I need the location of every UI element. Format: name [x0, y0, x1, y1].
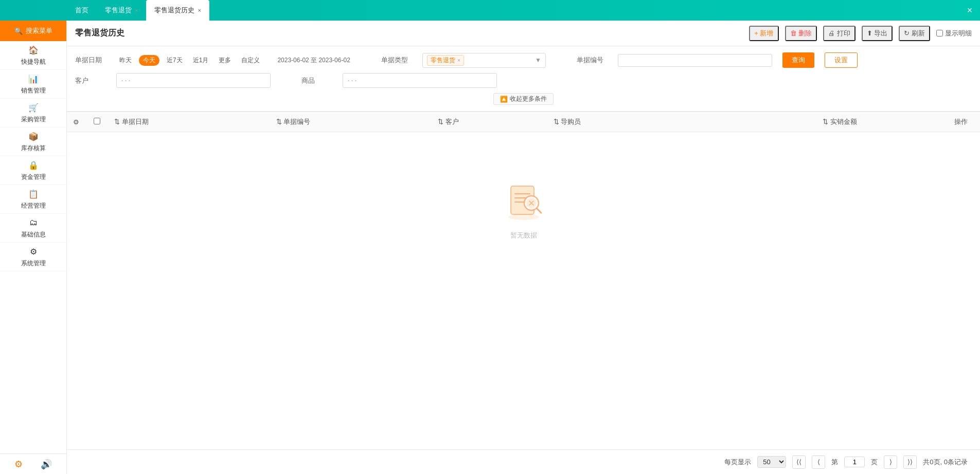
sidebar-search-label: 搜索菜单	[26, 26, 52, 35]
tab-retail-return[interactable]: 零售退货×	[97, 0, 146, 21]
collapse-button[interactable]: 🔼 收起更多条件	[493, 93, 554, 105]
tab-home[interactable]: 首页	[67, 0, 97, 21]
svg-point-0	[508, 214, 539, 220]
table-area: ⚙ ⇅ 单据日期 ⇅ 单据编号 ⇅ 客户 ⇅ 导购员 ⇅ 实销金额 操作	[67, 112, 980, 449]
date-btn-自定义[interactable]: 自定义	[238, 55, 263, 66]
th-doc-date: ⇅ 单据日期	[108, 112, 270, 132]
print-button[interactable]: 🖨 打印	[823, 26, 856, 41]
page-number-input[interactable]	[844, 457, 865, 467]
main-content: 零售退货历史 + 新增 🗑 删除 🖨 打印 ⬆ 导出 ↻ 刷新 显示明细 单据日…	[67, 21, 980, 474]
empty-state: 暂无数据	[67, 132, 980, 281]
collapse-up-icon: 🔼	[500, 96, 508, 103]
th-doc-date-label: ⇅ 单据日期	[114, 118, 149, 125]
first-page-button[interactable]: ⟨⟨	[792, 455, 806, 469]
table-head: ⚙ ⇅ 单据日期 ⇅ 单据编号 ⇅ 客户 ⇅ 导购员 ⇅ 实销金额 操作	[67, 112, 980, 132]
goods-placeholder: ···	[347, 75, 358, 86]
th-amount: ⇅ 实销金额	[686, 112, 869, 132]
date-filters: 昨天今天近7天近1月更多自定义	[116, 55, 263, 66]
date-btn-近7天[interactable]: 近7天	[164, 55, 186, 66]
setting-button[interactable]: 设置	[825, 52, 858, 68]
sidebar-item-quick-nav[interactable]: 🏠快捷导航	[0, 41, 66, 70]
sidebar-item-finance-mgmt[interactable]: 🔒资金管理	[0, 156, 66, 185]
nav-icon-basic-info: 🗂	[28, 217, 39, 228]
date-btn-更多[interactable]: 更多	[216, 55, 234, 66]
sidebar-item-basic-info[interactable]: 🗂基础信息	[0, 214, 66, 243]
th-customer-label: ⇅ 客户	[438, 118, 459, 125]
filter-area: 单据日期 昨天今天近7天近1月更多自定义 2023-06-02 至 2023-0…	[67, 46, 980, 112]
nav-icon-inventory-mgmt: 📦	[28, 131, 39, 142]
nav-label-quick-nav: 快捷导航	[21, 58, 46, 66]
sidebar-search[interactable]: 🔍 搜索菜单	[0, 21, 66, 41]
data-table: ⚙ ⇅ 单据日期 ⇅ 单据编号 ⇅ 客户 ⇅ 导购员 ⇅ 实销金额 操作	[67, 112, 980, 281]
doc-type-tag-close[interactable]: ×	[457, 57, 460, 63]
nav-icon-system-mgmt: ⚙	[28, 246, 39, 257]
tab-close-retail-return[interactable]: ×	[135, 7, 138, 13]
th-actions: 操作	[869, 112, 980, 132]
tab-list: 首页零售退货×零售退货历史×	[67, 0, 959, 21]
pagination-bar: 每页显示 102050100 ⟨⟨ ⟨ 第 页 ⟩ ⟩⟩ 共0页, 0条记录	[67, 449, 980, 474]
nav-label-purchase-mgmt: 采购管理	[21, 115, 46, 124]
sidebar-nav: 🏠快捷导航📊销售管理🛒采购管理📦库存核算🔒资金管理📋经营管理🗂基础信息⚙系统管理	[0, 41, 66, 453]
next-page-button[interactable]: ⟩	[884, 455, 897, 469]
query-button[interactable]: 查询	[782, 52, 814, 68]
new-button[interactable]: + 新增	[749, 26, 778, 41]
display-detail-input[interactable]	[936, 30, 943, 37]
sidebar: 🔍 搜索菜单 🏠快捷导航📊销售管理🛒采购管理📦库存核算🔒资金管理📋经营管理🗂基础…	[0, 21, 67, 474]
tab-retail-return-history[interactable]: 零售退货历史×	[146, 0, 209, 21]
sidebar-item-ops-mgmt[interactable]: 📋经营管理	[0, 185, 66, 214]
page-label-pre: 第	[831, 458, 838, 467]
th-amount-label: ⇅ 实销金额	[823, 118, 857, 125]
sidebar-item-purchase-mgmt[interactable]: 🛒采购管理	[0, 99, 66, 127]
nav-icon-sales-mgmt: 📊	[28, 73, 39, 84]
nav-label-inventory-mgmt: 库存核算	[21, 144, 46, 153]
window-close-button[interactable]: ×	[959, 0, 980, 21]
doc-type-label: 单据类型	[381, 56, 412, 65]
date-btn-今天[interactable]: 今天	[139, 55, 159, 66]
settings-icon[interactable]: ⚙	[14, 459, 23, 470]
th-checkbox[interactable]	[87, 112, 108, 132]
sidebar-item-inventory-mgmt[interactable]: 📦库存核算	[0, 127, 66, 156]
svg-line-8	[537, 208, 541, 213]
date-btn-昨天[interactable]: 昨天	[116, 55, 135, 66]
audio-icon[interactable]: 🔊	[41, 459, 52, 470]
refresh-button[interactable]: ↻ 刷新	[899, 26, 930, 41]
main-layout: 🔍 搜索菜单 🏠快捷导航📊销售管理🛒采购管理📦库存核算🔒资金管理📋经营管理🗂基础…	[0, 21, 980, 474]
top-bar: 首页零售退货×零售退货历史× ×	[0, 0, 980, 21]
search-icon: 🔍	[14, 27, 23, 35]
tab-close-retail-return-history[interactable]: ×	[198, 7, 201, 13]
doc-number-input[interactable]	[618, 54, 772, 67]
nav-icon-purchase-mgmt: 🛒	[28, 102, 39, 113]
prev-page-button[interactable]: ⟨	[812, 455, 825, 469]
th-settings[interactable]: ⚙	[67, 112, 87, 132]
sidebar-item-sales-mgmt[interactable]: 📊销售管理	[0, 70, 66, 99]
filter-row-2: 客户 ··· 商品 ···	[75, 73, 972, 88]
customer-select[interactable]: ···	[116, 73, 271, 88]
customer-placeholder: ···	[121, 75, 132, 86]
empty-illustration	[498, 173, 549, 225]
nav-icon-finance-mgmt: 🔒	[28, 159, 39, 171]
doc-type-tag-label: 零售退货	[431, 56, 455, 65]
doc-type-dropdown-icon: ▼	[535, 57, 541, 64]
goods-label: 商品	[301, 76, 332, 85]
sidebar-bottom: ⚙ 🔊	[0, 453, 66, 474]
export-button[interactable]: ⬆ 导出	[862, 26, 893, 41]
page-label: 页	[871, 458, 878, 467]
display-detail-checkbox[interactable]: 显示明细	[936, 29, 972, 38]
sidebar-item-system-mgmt[interactable]: ⚙系统管理	[0, 243, 66, 271]
filter-row-1: 单据日期 昨天今天近7天近1月更多自定义 2023-06-02 至 2023-0…	[75, 52, 972, 68]
per-page-select[interactable]: 102050100	[757, 456, 786, 468]
th-doc-number-label: ⇅ 单据编号	[276, 118, 311, 125]
last-page-button[interactable]: ⟩⟩	[903, 455, 917, 469]
empty-state-row: 暂无数据	[67, 132, 980, 282]
select-all-checkbox[interactable]	[94, 118, 100, 124]
nav-label-sales-mgmt: 销售管理	[21, 86, 46, 95]
th-customer: ⇅ 客户	[432, 112, 547, 132]
table-header-row: ⚙ ⇅ 单据日期 ⇅ 单据编号 ⇅ 客户 ⇅ 导购员 ⇅ 实销金额 操作	[67, 112, 980, 132]
date-range: 2023-06-02 至 2023-06-02	[277, 56, 350, 65]
goods-select[interactable]: ···	[343, 73, 497, 88]
date-btn-近1月[interactable]: 近1月	[190, 55, 212, 66]
doc-type-select[interactable]: 零售退货× ▼	[422, 53, 546, 68]
total-text: 共0页, 0条记录	[923, 458, 968, 467]
delete-button[interactable]: 🗑 删除	[785, 26, 817, 41]
doc-number-label: 单据编号	[577, 56, 608, 65]
